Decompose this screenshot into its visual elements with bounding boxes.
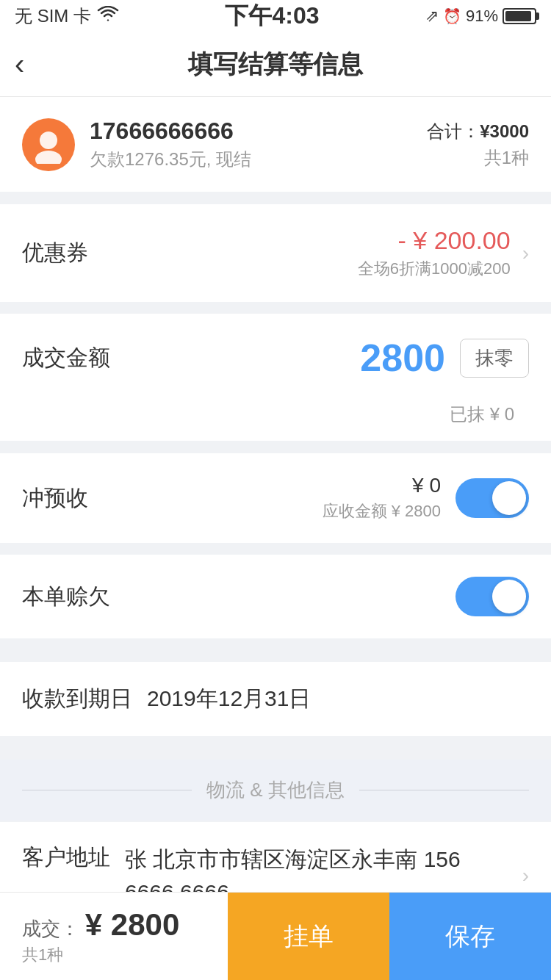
summary-amount: ¥ 2800	[85, 907, 179, 942]
amount-row: 成交金额 2800 抹零	[0, 314, 551, 402]
discount-chevron-icon: ›	[522, 242, 529, 265]
user-info-card: 17666666666 欠款1276.35元, 现结 合计：¥3000 共1种	[0, 97, 551, 192]
round-button[interactable]: 抹零	[460, 339, 529, 378]
debt-toggle[interactable]	[455, 577, 529, 616]
transaction-amount: 2800	[360, 336, 445, 380]
debt-toggle-knob	[492, 580, 526, 613]
prepay-values: ¥ 0 应收金额 ¥ 2800	[323, 474, 441, 522]
user-left: 17666666666 欠款1276.35元, 现结	[22, 118, 251, 171]
discount-label: 优惠券	[22, 238, 88, 268]
order-total: 合计：¥3000 共1种	[427, 120, 529, 170]
prepay-toggle[interactable]	[455, 478, 529, 518]
page-title: 填写结算等信息	[188, 48, 363, 82]
debt-label: 本单赊欠	[22, 582, 110, 612]
transaction-section: 成交金额 2800 抹零 已抹 ¥ 0	[0, 314, 551, 441]
bottom-bar: 成交： ¥ 2800 共1种 挂单 保存	[0, 892, 551, 980]
prepay-subtext: 应收金额 ¥ 2800	[323, 500, 441, 522]
logistics-line-right	[359, 790, 529, 790]
status-bar: 无 SIM 卡 下午4:03 ⇗ ⏰ 91%	[0, 0, 551, 32]
battery-percent: 91%	[466, 7, 498, 26]
svg-point-1	[35, 151, 62, 164]
logistics-line-left	[22, 790, 192, 790]
save-button[interactable]: 保存	[389, 893, 551, 981]
discount-info: - ¥ 200.00 全场6折满1000减200	[358, 226, 511, 280]
discount-row[interactable]: 优惠券 - ¥ 200.00 全场6折满1000减200 ›	[0, 203, 551, 302]
discount-amount: - ¥ 200.00	[358, 226, 511, 255]
section-divider-1	[0, 302, 551, 314]
hang-order-button[interactable]: 挂单	[228, 893, 389, 981]
prepay-label: 冲预收	[22, 483, 88, 514]
total-label: 合计：¥3000	[427, 120, 529, 143]
prepay-value: ¥ 0	[412, 474, 441, 497]
bottom-summary-top: 成交： ¥ 2800	[22, 907, 206, 943]
logistics-label: 物流 & 其他信息	[192, 777, 359, 803]
nav-bar: ‹ 填写结算等信息	[0, 32, 551, 97]
logistics-header: 物流 & 其他信息	[0, 760, 551, 821]
address-chevron-icon: ›	[522, 864, 529, 887]
address-label: 客户地址	[22, 843, 110, 873]
transaction-amount-wrap: 2800 抹零	[360, 336, 529, 380]
transaction-sub: 已抹 ¥ 0	[450, 404, 514, 424]
location-icon: ⇗	[425, 7, 439, 26]
logistics-section: 物流 & 其他信息	[0, 760, 551, 821]
summary-label: 成交：	[22, 918, 79, 940]
transaction-label: 成交金额	[22, 343, 110, 373]
wifi-icon	[97, 6, 119, 26]
svg-point-0	[40, 131, 57, 149]
section-divider-3	[0, 650, 551, 662]
debt-row: 本单赊欠	[0, 555, 551, 638]
content-area: 17666666666 欠款1276.35元, 现结 合计：¥3000 共1种 …	[0, 97, 551, 980]
toggle-knob	[492, 481, 526, 515]
prepay-row: 冲预收 ¥ 0 应收金额 ¥ 2800	[0, 453, 551, 543]
user-phone: 17666666666	[90, 118, 251, 145]
battery-icon	[503, 8, 536, 24]
user-details: 17666666666 欠款1276.35元, 现结	[90, 118, 251, 171]
status-time: 下午4:03	[225, 0, 319, 32]
back-button[interactable]: ‹	[15, 48, 24, 81]
section-divider-4	[0, 748, 551, 760]
duedate-value: 2019年12月31日	[147, 684, 311, 714]
status-right: ⇗ ⏰ 91%	[425, 7, 536, 26]
due-date-section: 收款到期日 2019年12月31日	[0, 662, 551, 736]
total-count: 共1种	[427, 146, 529, 170]
section-divider-2	[0, 543, 551, 555]
user-subtext: 欠款1276.35元, 现结	[90, 148, 251, 171]
status-left: 无 SIM 卡	[15, 4, 119, 28]
summary-count: 共1种	[22, 944, 206, 966]
prepay-right: ¥ 0 应收金额 ¥ 2800	[323, 474, 529, 522]
duedate-row: 收款到期日 2019年12月31日	[22, 684, 529, 714]
discount-right-area: - ¥ 200.00 全场6折满1000减200 ›	[358, 226, 529, 280]
alarm-icon: ⏰	[443, 7, 461, 25]
bottom-summary: 成交： ¥ 2800 共1种	[0, 907, 228, 966]
sim-label: 无 SIM 卡	[15, 4, 91, 28]
discount-desc: 全场6折满1000减200	[358, 258, 511, 280]
avatar	[22, 118, 75, 171]
duedate-label: 收款到期日	[22, 684, 132, 714]
